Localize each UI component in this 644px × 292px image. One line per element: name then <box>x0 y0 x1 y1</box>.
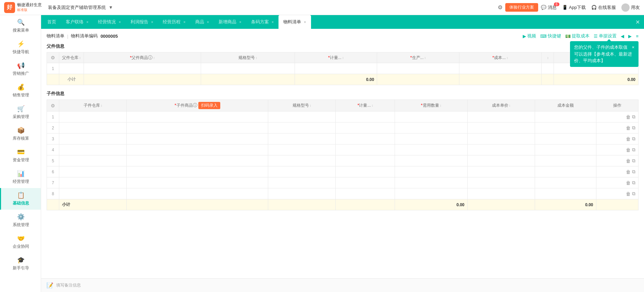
tab-profit[interactable]: 利润报告 × <box>126 15 158 29</box>
parent-row-1-sort[interactable] <box>541 63 554 74</box>
child-sort-warehouse[interactable]: ↕ <box>101 104 102 107</box>
child-row-3-unit-cost[interactable] <box>467 133 535 144</box>
tab-customer[interactable]: 客户联络 × <box>61 15 93 29</box>
sort-product-icon[interactable]: ↕ <box>153 56 155 60</box>
sidebar-item-operations[interactable]: 📊 经营管理 <box>0 166 41 188</box>
sidebar-item-marketing[interactable]: 📢 营销推广 <box>0 58 41 80</box>
child-row-5-unit-cost[interactable] <box>467 155 535 166</box>
child-row-3-qty-unit[interactable] <box>336 133 395 144</box>
copy-icon-6[interactable]: ⧉ <box>632 169 635 175</box>
child-row-3-warehouse[interactable] <box>59 133 127 144</box>
child-row-6-spec[interactable] <box>268 166 335 177</box>
sidebar-item-system[interactable]: ⚙️ 系统管理 <box>0 210 41 231</box>
system-dropdown-icon[interactable]: ▼ <box>109 5 113 10</box>
nav-next-button[interactable]: ▶ <box>628 34 632 39</box>
child-row-3-product[interactable] <box>127 133 268 144</box>
child-sort-needed[interactable]: ↕ <box>440 104 442 107</box>
parent-row-1-cost[interactable] <box>459 63 541 74</box>
child-row-5-qty-unit[interactable] <box>336 155 395 166</box>
online-service-button[interactable]: 🎧 在线客服 <box>591 4 616 11</box>
copy-icon-8[interactable]: ⧉ <box>632 191 635 197</box>
tab-home[interactable]: 首页 <box>42 15 61 29</box>
copy-icon-7[interactable]: ⧉ <box>632 180 635 186</box>
child-row-7-spec[interactable] <box>268 177 335 188</box>
sidebar-item-inventory[interactable]: 📦 库存核算 <box>0 123 41 145</box>
child-row-2-spec[interactable] <box>268 122 335 133</box>
tab-barcode-close[interactable]: × <box>272 20 274 24</box>
nav-prev-button[interactable]: ◀ <box>621 34 624 39</box>
child-row-8-qty-needed[interactable] <box>395 188 467 199</box>
parent-row-1-product[interactable] <box>84 63 201 74</box>
child-row-4-qty-needed[interactable] <box>395 144 467 155</box>
app-download-button[interactable]: 📱 App下载 <box>562 4 586 11</box>
child-row-8-qty-unit[interactable] <box>336 188 395 199</box>
child-row-6-unit-cost[interactable] <box>467 166 535 177</box>
delete-icon-2[interactable]: 🗑 <box>626 125 631 131</box>
extract-cost-button[interactable]: 💵 提取成本 <box>565 33 590 39</box>
sort-spec-icon[interactable]: ↕ <box>256 56 257 60</box>
child-row-3-spec[interactable] <box>268 133 335 144</box>
child-row-7-qty-unit[interactable] <box>336 177 395 188</box>
parent-row-1-qty[interactable] <box>295 63 377 74</box>
child-row-1-unit-cost[interactable] <box>467 112 535 122</box>
child-row-4-spec[interactable] <box>268 144 335 155</box>
copy-icon-3[interactable]: ⧉ <box>632 136 635 142</box>
child-row-6-product[interactable] <box>127 166 268 177</box>
sidebar-item-quick-nav[interactable]: ⚡ 快捷导航 <box>0 37 41 58</box>
child-row-7-qty-needed[interactable] <box>395 177 467 188</box>
child-row-5-qty-needed[interactable] <box>395 155 467 166</box>
child-row-6-qty-needed[interactable] <box>395 166 467 177</box>
child-row-4-unit-cost[interactable] <box>467 144 535 155</box>
child-row-7-unit-cost[interactable] <box>467 177 535 188</box>
child-row-7-product[interactable] <box>127 177 268 188</box>
sort-qty-icon[interactable]: ↕ <box>342 56 344 60</box>
message-button[interactable]: 💬 消息 6 <box>541 4 557 11</box>
child-row-4-product[interactable] <box>127 144 268 155</box>
child-sort-qty[interactable]: ↕ <box>371 104 373 107</box>
child-row-1-qty-needed[interactable] <box>395 112 467 122</box>
copy-icon-2[interactable]: ⧉ <box>632 125 635 131</box>
tab-bom[interactable]: 物料清单 × <box>278 15 311 29</box>
parent-row-1-warehouse[interactable] <box>59 63 84 74</box>
child-row-8-product[interactable] <box>127 188 268 199</box>
scan-button[interactable]: 扫码录入 <box>198 102 220 109</box>
child-row-5-warehouse[interactable] <box>59 155 127 166</box>
tab-profit-close[interactable]: × <box>151 20 153 24</box>
child-row-8-unit-cost[interactable] <box>467 188 535 199</box>
shortcut-button[interactable]: ⌨ 快捷键 <box>540 33 561 39</box>
delete-icon-6[interactable]: 🗑 <box>626 169 631 175</box>
sidebar-item-guide[interactable]: 🎓 新手引导 <box>0 253 41 275</box>
delete-icon-1[interactable]: 🗑 <box>626 114 631 120</box>
child-row-6-qty-unit[interactable] <box>336 166 395 177</box>
close-all-tabs-button[interactable]: ✕ <box>633 19 643 25</box>
child-row-1-product[interactable] <box>127 112 268 122</box>
tab-new-product-close[interactable]: × <box>239 20 241 24</box>
child-row-5-spec[interactable] <box>268 155 335 166</box>
tab-bom-close[interactable]: × <box>304 20 306 24</box>
single-settings-button[interactable]: ☰ 单据设置 <box>594 33 617 39</box>
list-view-button[interactable]: ≡ <box>636 34 639 39</box>
child-row-2-warehouse[interactable] <box>59 122 127 133</box>
tab-product[interactable]: 商品 × <box>190 15 214 29</box>
child-col-settings-icon[interactable]: ⚙ <box>51 103 55 108</box>
delete-icon-7[interactable]: 🗑 <box>626 180 631 186</box>
child-row-2-product[interactable] <box>127 122 268 133</box>
child-col-settings[interactable]: ⚙ <box>47 100 59 112</box>
delete-icon-5[interactable]: 🗑 <box>626 158 631 164</box>
tab-barcode[interactable]: 条码方案 × <box>246 15 278 29</box>
delete-icon-3[interactable]: 🗑 <box>626 136 631 142</box>
child-row-4-qty-unit[interactable] <box>336 144 395 155</box>
child-sort-unit-cost[interactable]: ↕ <box>509 104 511 107</box>
delete-icon-8[interactable]: 🗑 <box>626 191 631 197</box>
copy-icon-4[interactable]: ⧉ <box>632 147 635 153</box>
child-row-2-unit-cost[interactable] <box>467 122 535 133</box>
tab-business[interactable]: 经营情况 × <box>93 15 125 29</box>
sort-cost-icon[interactable]: ↕ <box>506 56 508 60</box>
tab-history-close[interactable]: × <box>183 20 185 24</box>
delete-icon-4[interactable]: 🗑 <box>626 147 631 153</box>
parent-row-1-spec[interactable] <box>201 63 295 74</box>
parent-row-1-production[interactable] <box>377 63 459 74</box>
sidebar-item-enterprise[interactable]: 🤝 企业协同 <box>0 231 41 253</box>
child-row-2-qty-needed[interactable] <box>395 122 467 133</box>
note-placeholder[interactable]: 填写备注信息 <box>56 282 81 288</box>
